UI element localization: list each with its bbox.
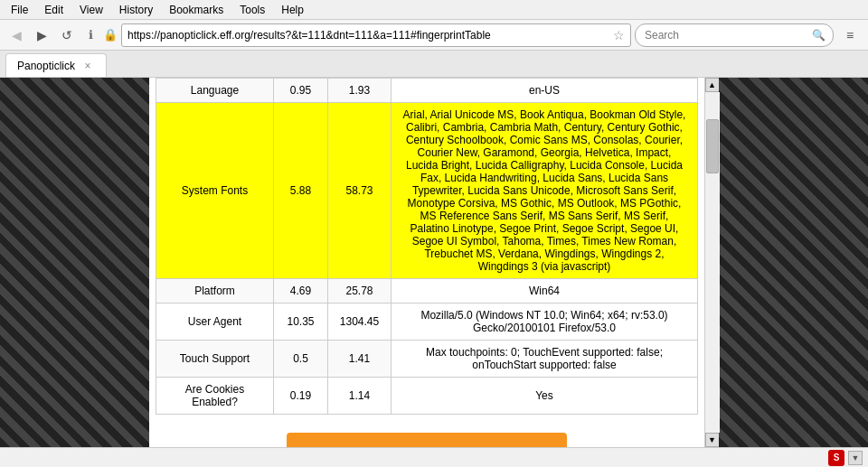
bookmark-star-icon[interactable]: ☆	[613, 28, 625, 42]
scroll-down-button[interactable]: ▼	[705, 433, 720, 447]
table-cell-name: Platform	[156, 279, 274, 304]
menu-help[interactable]: Help	[274, 2, 311, 18]
retest-button[interactable]: RE-TEST YOUR BROWSER	[287, 433, 567, 447]
menu-history[interactable]: History	[112, 2, 160, 18]
table-cell-name: Are Cookies Enabled?	[156, 378, 274, 415]
table-cell-value: Max touchpoints: 0; TouchEvent supported…	[392, 341, 698, 378]
search-bar-container: 🔍	[635, 23, 834, 47]
menu-edit[interactable]: Edit	[37, 2, 71, 18]
scrollbar: ▲ ▼	[704, 78, 719, 447]
table-cell-one-in: 25.78	[328, 279, 392, 304]
shield-icon: S	[828, 450, 844, 466]
table-cell-bits: 10.35	[274, 304, 328, 341]
fingerprint-table: Language0.951.93en-USSystem Fonts5.8858.…	[156, 78, 698, 415]
table-cell-bits: 5.88	[274, 103, 328, 279]
table-cell-bits: 0.95	[274, 79, 328, 103]
table-cell-one-in: 58.73	[328, 103, 392, 279]
status-right: S ▼	[828, 450, 863, 466]
table-row: Language0.951.93en-US	[156, 79, 698, 103]
status-bar: S ▼	[0, 447, 868, 467]
toolbar: ◀ ▶ ↺ ℹ 🔒 ☆ 🔍 ≡	[0, 20, 868, 51]
table-cell-bits: 0.5	[274, 341, 328, 378]
lock-icon: 🔒	[103, 28, 118, 42]
table-cell-one-in: 1.41	[328, 341, 392, 378]
table-cell-value: Win64	[392, 279, 698, 304]
table-row: User Agent10.351304.45Mozilla/5.0 (Windo…	[156, 304, 698, 341]
active-tab[interactable]: Panopticlick ×	[5, 53, 107, 77]
content-area: Language0.951.93en-USSystem Fonts5.8858.…	[0, 78, 868, 447]
left-decoration	[0, 78, 149, 447]
table-cell-value: Mozilla/5.0 (Windows NT 10.0; Win64; x64…	[392, 304, 698, 341]
reload-button[interactable]: ↺	[56, 24, 78, 46]
table-cell-name: Touch Support	[156, 341, 274, 378]
url-input[interactable]	[127, 29, 611, 42]
hamburger-menu-button[interactable]: ≡	[837, 24, 863, 46]
search-input[interactable]	[645, 29, 807, 42]
menu-view[interactable]: View	[72, 2, 110, 18]
table-row: Are Cookies Enabled?0.191.14Yes	[156, 378, 698, 415]
tab-close-button[interactable]: ×	[80, 59, 95, 73]
table-row: Platform4.6925.78Win64	[156, 279, 698, 304]
tab-bar: Panopticlick ×	[0, 51, 868, 78]
table-cell-bits: 4.69	[274, 279, 328, 304]
table-cell-value: en-US	[392, 79, 698, 103]
scroll-thumb[interactable]	[706, 119, 719, 173]
table-cell-one-in: 1304.45	[328, 304, 392, 341]
back-button[interactable]: ◀	[5, 24, 27, 46]
table-cell-one-in: 1.93	[328, 79, 392, 103]
table-cell-name: System Fonts	[156, 103, 274, 279]
status-scroll-button[interactable]: ▼	[848, 451, 863, 465]
tab-title: Panopticlick	[17, 60, 75, 72]
scroll-track	[705, 92, 720, 433]
info-button[interactable]: ℹ	[81, 26, 99, 44]
table-row: System Fonts5.8858.73Arial, Arial Unicod…	[156, 103, 698, 279]
menu-tools[interactable]: Tools	[232, 2, 272, 18]
menu-file[interactable]: File	[4, 2, 35, 18]
main-content: Language0.951.93en-USSystem Fonts5.8858.…	[149, 78, 704, 447]
table-cell-value: Arial, Arial Unicode MS, Book Antiqua, B…	[392, 103, 698, 279]
table-cell-name: User Agent	[156, 304, 274, 341]
table-cell-one-in: 1.14	[328, 378, 392, 415]
menu-bookmarks[interactable]: Bookmarks	[162, 2, 231, 18]
search-icon: 🔍	[812, 29, 826, 42]
scroll-up-button[interactable]: ▲	[705, 78, 720, 92]
table-cell-name: Language	[156, 79, 274, 103]
url-bar[interactable]: ☆	[121, 23, 631, 47]
right-decoration	[719, 78, 868, 447]
menu-bar: File Edit View History Bookmarks Tools H…	[0, 0, 868, 20]
table-row: Touch Support0.51.41Max touchpoints: 0; …	[156, 341, 698, 378]
table-cell-value: Yes	[392, 378, 698, 415]
forward-button[interactable]: ▶	[31, 24, 52, 46]
table-cell-bits: 0.19	[274, 378, 328, 415]
